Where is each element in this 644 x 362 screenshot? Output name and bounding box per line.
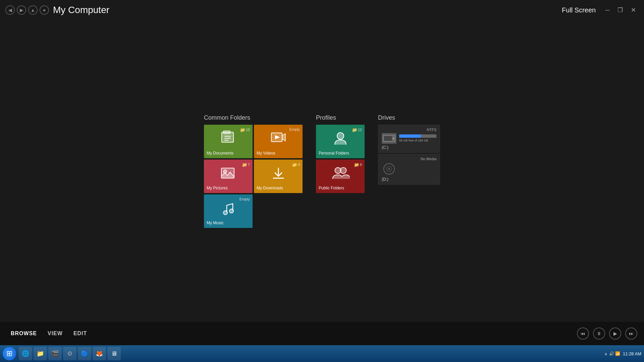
common-folders-title: Common Folders <box>204 114 303 121</box>
taskbar-steam[interactable]: ⚙ <box>63 347 76 360</box>
drive-d-letter: (D:) <box>382 177 436 182</box>
personal-folders-count: 📁12 <box>352 127 362 132</box>
drive-c-space: 69 GB free of 168 GB <box>399 139 436 142</box>
public-folders-label: Public Folders <box>319 186 362 190</box>
tile-my-music[interactable]: Empty My Music <box>204 194 253 228</box>
drives-section: Drives NTFS <box>378 114 440 186</box>
my-music-empty: Empty <box>239 197 250 201</box>
drive-c-letter: (C:) <box>382 145 436 150</box>
menu-view[interactable]: VIEW <box>44 329 67 338</box>
profiles-title: Profiles <box>316 114 365 121</box>
bottom-bar: BROWSE VIEW EDIT ⏮ ⏸ ▶ ⏭ <box>0 322 644 345</box>
my-documents-label: My Documents <box>207 151 250 156</box>
nav-stop-button[interactable]: ● <box>40 5 49 15</box>
my-videos-label: My Videos <box>257 151 300 156</box>
tile-my-videos[interactable]: Empty My Videos <box>254 125 303 158</box>
rewind-button[interactable]: ⏮ <box>577 327 589 340</box>
svg-point-11 <box>223 210 227 215</box>
svg-marker-6 <box>282 133 285 141</box>
drive-c-info: 69 GB free of 168 GB <box>399 134 436 142</box>
tile-my-documents[interactable]: 📁10 My Documents <box>204 125 253 158</box>
nav-back-button[interactable]: ◀ <box>5 5 15 15</box>
nav-up-button[interactable]: ▲ <box>28 5 38 15</box>
taskbar-right: ▲ 🔊 📶 11:28 AM <box>604 351 641 356</box>
tile-my-pictures[interactable]: 📁7 My Pictures <box>204 160 253 193</box>
tile-public-folders[interactable]: 📁6 Public Folders <box>316 160 365 193</box>
nav-buttons: ◀ ▶ ▲ ● <box>5 5 49 15</box>
tiles-container: Common Folders 📁10 <box>204 114 440 228</box>
profiles-section: Profiles 📁12 Personal Folders <box>316 114 365 193</box>
my-videos-empty: Empty <box>289 127 300 131</box>
play-button[interactable]: ▶ <box>609 327 621 340</box>
titlebar: ◀ ▶ ▲ ● My Computer Full Screen ─ ❐ ✕ <box>0 0 644 20</box>
page-title: My Computer <box>53 5 562 15</box>
taskbar-ie[interactable]: 🌐 <box>19 347 32 360</box>
restore-button[interactable]: ❐ <box>615 5 626 15</box>
svg-rect-17 <box>384 136 392 141</box>
public-folders-count: 📁6 <box>354 162 362 167</box>
drive-c-filesystem: NTFS <box>382 128 436 132</box>
taskbar-media[interactable]: 🎬 <box>48 347 62 360</box>
fastforward-button[interactable]: ⏭ <box>625 327 637 340</box>
drive-c-fill <box>399 134 421 138</box>
taskbar-system[interactable]: 🖥 <box>107 347 121 360</box>
common-folders-section: Common Folders 📁10 <box>204 114 303 228</box>
nav-forward-button[interactable]: ▶ <box>17 5 26 15</box>
drive-d[interactable]: No Media (D:) <box>378 154 440 185</box>
taskbar: ⊞ 🌐 📁 🎬 ⚙ 🔵 🦊 🖥 ▲ 🔊 📶 11:28 AM <box>0 345 644 362</box>
drive-c[interactable]: NTFS 69 GB free of 168 GB <box>378 125 440 153</box>
my-documents-count: 📁10 <box>240 127 250 132</box>
tile-personal-folders[interactable]: 📁12 Personal Folders <box>316 125 365 158</box>
taskbar-chrome[interactable]: 🔵 <box>78 347 91 360</box>
my-pictures-label: My Pictures <box>207 186 250 190</box>
my-downloads-label: My Downloads <box>257 186 300 190</box>
media-controls: ⏮ ⏸ ▶ ⏭ <box>577 327 637 340</box>
svg-point-9 <box>223 170 227 173</box>
svg-point-13 <box>337 132 344 139</box>
menu-browse[interactable]: BROWSE <box>7 329 41 338</box>
drives-title: Drives <box>378 114 440 121</box>
time-display: 11:28 AM <box>623 351 641 356</box>
close-button[interactable]: ✕ <box>628 5 639 15</box>
my-music-label: My Music <box>207 221 250 225</box>
taskbar-folder[interactable]: 📁 <box>34 347 47 360</box>
taskbar-firefox[interactable]: 🦊 <box>93 347 106 360</box>
main-content: Common Folders 📁10 <box>0 20 644 322</box>
pause-button[interactable]: ⏸ <box>593 327 605 340</box>
tile-my-downloads[interactable]: 📁4 My Downloads <box>254 160 303 193</box>
fullscreen-label[interactable]: Full Screen <box>562 6 596 14</box>
window-controls: ─ ❐ ✕ <box>602 5 639 15</box>
drive-d-nomedia: No Media <box>382 157 436 161</box>
taskbar-clock: 11:28 AM <box>623 351 641 356</box>
svg-point-15 <box>340 167 346 173</box>
minimize-button[interactable]: ─ <box>602 5 612 15</box>
svg-rect-18 <box>393 137 394 139</box>
my-downloads-count: 📁4 <box>292 162 300 167</box>
taskbar-tray-icons: ▲ 🔊 📶 <box>604 351 621 356</box>
my-pictures-count: 📁7 <box>242 162 250 167</box>
menu-edit[interactable]: EDIT <box>69 329 91 338</box>
personal-folders-label: Personal Folders <box>319 151 362 156</box>
drive-c-progress <box>399 134 436 138</box>
svg-rect-1 <box>223 131 230 133</box>
start-button[interactable]: ⊞ <box>3 347 16 360</box>
svg-point-12 <box>229 209 233 213</box>
svg-point-21 <box>388 168 390 170</box>
